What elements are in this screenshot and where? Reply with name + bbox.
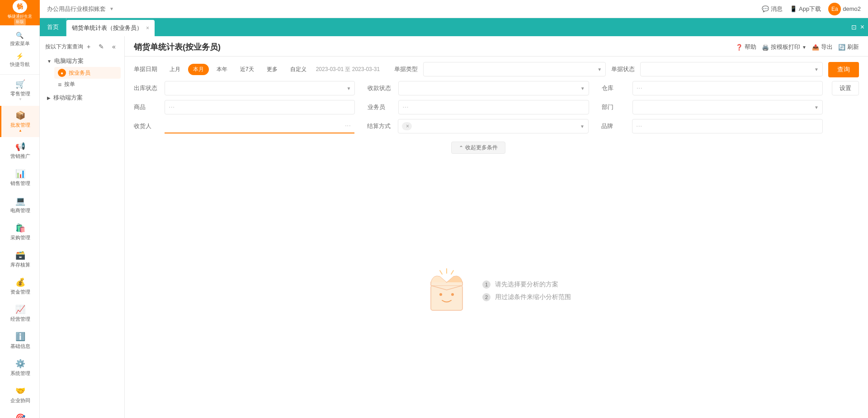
sidebar-item-marketing[interactable]: 📢 营销推广 [0, 137, 39, 164]
app-download-btn[interactable]: 📱 App下载 [790, 5, 821, 13]
search-menu-btn[interactable]: 🔍 搜索菜单 [10, 29, 30, 50]
settle-close-btn[interactable]: × [406, 123, 409, 129]
collapse-icon: « [112, 43, 116, 50]
tree-desktop-group[interactable]: ▼ 电脑端方案 [43, 55, 121, 67]
sidebar-item-ecommerce[interactable]: 💻 电商管理 [0, 191, 39, 218]
sidebar-item-sales[interactable]: 📊 销售管理 [0, 164, 39, 191]
sub-active-label: 按业务员 [69, 69, 90, 77]
bill-type-group: 单据类型 ▼ [394, 62, 606, 76]
message-btn[interactable]: 💬 消息 [762, 5, 783, 13]
left-panel-header: 按以下方案查询 + ✎ « [40, 42, 124, 55]
page-content: 按以下方案查询 + ✎ « ▼ 电脑端方案 [40, 36, 868, 418]
date-btn-this-month[interactable]: 本月 [188, 64, 209, 75]
query-button[interactable]: 查询 [828, 62, 859, 77]
out-status-select[interactable]: ▼ [165, 81, 355, 95]
sidebar-item-label: 电商管理 [10, 207, 30, 214]
retail-icon: 🛒 [15, 79, 25, 89]
settle-select[interactable]: × ▼ [398, 119, 589, 133]
collapse-conditions-btn[interactable]: ⌃ 收起更多条件 [451, 142, 505, 154]
tree-sub-staff[interactable]: ● 按业务员 [54, 67, 121, 79]
left-panel-title: 按以下方案查询 [45, 43, 83, 51]
quick-nav-btn[interactable]: ⚡ 快捷导航 [10, 50, 30, 71]
sidebar-item-operation[interactable]: 📈 经营管理 [0, 300, 39, 327]
tip-text-2: 用过滤条件来缩小分析范围 [495, 293, 571, 300]
collect-status-select[interactable]: ▼ [398, 81, 589, 95]
bill-status-label: 单据状态 [611, 65, 637, 73]
sidebar-item-system[interactable]: ⚙️ 系统管理 [0, 354, 39, 381]
sidebar-item-label: 经营管理 [10, 316, 30, 323]
collapse-panel-btn[interactable]: « [109, 42, 119, 52]
sidebar: 畅 畅捷通好生意 标版 🔍 搜索菜单 ⚡ 快捷导航 🛒 零售管理 ▼ 📦 批发管… [0, 0, 40, 418]
tab-active[interactable]: 销货单统计表（按业务员） × [66, 20, 155, 36]
restore-icon[interactable]: ⊡ [851, 24, 857, 31]
goods-select[interactable]: ··· [165, 100, 355, 114]
tab-close-btn[interactable]: × [146, 25, 149, 31]
tip-num-2: 2 [482, 293, 491, 301]
collapse-label: 收起更多条件 [465, 144, 498, 152]
user-name: demo2 [843, 5, 861, 12]
date-btn-this-year[interactable]: 本年 [212, 64, 232, 75]
date-btn-more[interactable]: 更多 [262, 64, 283, 75]
date-btn-custom[interactable]: 自定义 [285, 64, 311, 75]
receiver-input[interactable]: ··· [165, 119, 354, 133]
help-label: 帮助 [745, 43, 756, 51]
right-panel: 销货单统计表(按业务员) ❓ 帮助 🖨️ 按模板打印 ▼ 📤 导出 [125, 36, 868, 418]
sidebar-item-purchase[interactable]: 🛍️ 采购管理 [0, 218, 39, 246]
tree-mobile-group[interactable]: ▶ 移动端方案 [43, 92, 121, 104]
filter-row-1: 单据日期 上月 本月 本年 近7天 更多 自定义 2023-03-01 至 20… [134, 62, 823, 76]
dropdown-arrow-icon[interactable]: ▼ [109, 6, 114, 11]
sidebar-item-label: 企业协同 [10, 397, 30, 404]
export-label: 导出 [821, 43, 833, 51]
marketing-icon: 📢 [15, 142, 25, 152]
date-btn-7days[interactable]: 近7天 [235, 64, 259, 75]
corp-icon: 🤝 [15, 386, 25, 396]
sidebar-item-finance[interactable]: 💰 资金管理 [0, 273, 39, 300]
collapse-arrow-icon: ⌃ [459, 145, 463, 151]
sidebar-item-corp[interactable]: 🤝 企业协同 [0, 381, 39, 408]
tabbar: 首页 销货单统计表（按业务员） × ⊡ × [40, 18, 868, 36]
svg-rect-0 [431, 285, 462, 310]
tab-home[interactable]: 首页 [40, 18, 66, 36]
sidebar-item-label: 系统管理 [10, 370, 30, 377]
tree-sub-bill[interactable]: ≡ 按单 [54, 79, 121, 90]
bill-type-select[interactable]: ▼ [423, 62, 606, 76]
wholesale-icon: 📦 [15, 110, 25, 120]
warehouse-select[interactable]: ··· [632, 81, 823, 95]
tree-desktop-children: ● 按业务员 ≡ 按单 [51, 67, 121, 90]
print-label: 按模板打印 [771, 43, 800, 51]
operation-icon: 📈 [15, 304, 25, 314]
close-window-icon[interactable]: × [860, 23, 864, 31]
sidebar-item-wholesale[interactable]: 📦 批发管理 ▲ [0, 106, 39, 137]
sidebar-item-retail[interactable]: 🛒 零售管理 ▼ [0, 75, 39, 106]
print-btn[interactable]: 🖨️ 按模板打印 ▼ [762, 43, 807, 51]
dept-select[interactable]: ▼ [632, 100, 823, 114]
staff-select[interactable]: ··· [398, 100, 589, 114]
bill-status-select[interactable]: ▼ [640, 62, 823, 76]
brand-select[interactable]: ··· [632, 119, 823, 133]
edit-scheme-btn[interactable]: ✎ [96, 42, 106, 52]
user-profile-btn[interactable]: Ea demo2 [828, 3, 861, 15]
finance-icon: 💰 [15, 277, 25, 287]
sidebar-item-inventory[interactable]: 🗃️ 库存核算 [0, 246, 39, 273]
sales-icon: 📊 [15, 169, 25, 179]
sidebar-item-newbie[interactable]: 🎯 新手引导 [0, 408, 39, 418]
staff-label: 业务员 [368, 103, 393, 111]
page-title: 销货单统计表(按业务员) [134, 42, 221, 52]
collapse-row: ⌃ 收起更多条件 [134, 138, 823, 157]
refresh-icon: 🔄 [838, 44, 845, 51]
topbar: 办公用品行业模拟账套 ▼ 💬 消息 📱 App下载 Ea demo2 [40, 0, 868, 18]
app-logo[interactable]: 畅 畅捷通好生意 标版 [0, 0, 40, 25]
refresh-btn[interactable]: 🔄 刷新 [838, 43, 859, 51]
setting-button[interactable]: 设置 [832, 81, 859, 95]
sidebar-item-basic[interactable]: ℹ️ 基础信息 [0, 327, 39, 354]
collect-status-label: 收款状态 [368, 84, 393, 92]
sidebar-item-label: 销售管理 [10, 180, 30, 187]
quick-nav-label: 快捷导航 [10, 61, 30, 68]
date-btn-last-month[interactable]: 上月 [165, 64, 185, 75]
empty-tip-1: 1 请先选择要分析的方案 [482, 278, 571, 290]
export-btn[interactable]: 📤 导出 [812, 43, 833, 51]
help-btn[interactable]: ❓ 帮助 [736, 43, 756, 51]
add-scheme-btn[interactable]: + [84, 42, 94, 52]
left-panel-actions: + ✎ « [84, 42, 119, 52]
sidebar-search-section: 🔍 搜索菜单 ⚡ 快捷导航 [0, 25, 39, 75]
